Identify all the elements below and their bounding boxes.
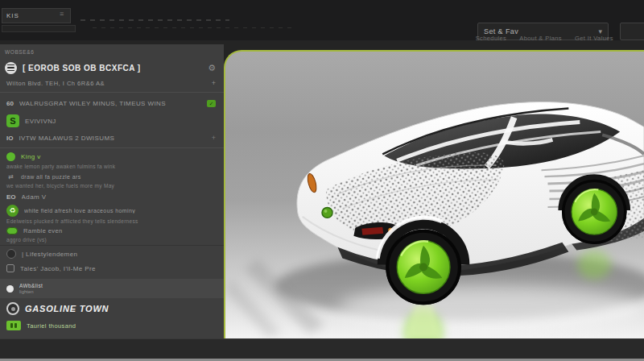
recycle-icon: ♻ (6, 205, 19, 217)
divider (0, 245, 224, 246)
sidebar-subheader[interactable]: Wilton Blvd. TEH, I Ch 6R&6 A& + (0, 77, 224, 90)
car-badge (322, 207, 332, 218)
sidebar-title: [ EOROB SOB OB BCXFCA ] (23, 64, 202, 73)
sidebar-item-eo[interactable]: EO Adam V (0, 190, 224, 203)
shuffle-icon: ⇄ (6, 173, 15, 180)
plus-icon[interactable]: + (212, 79, 216, 87)
sidebar-header: [ EOROB SOB OB BCXFCA ] ⚙ (0, 58, 224, 77)
sidebar-section-label: WOBSE&6 (0, 48, 224, 58)
white-dot-icon (6, 285, 14, 293)
sidebar-item-tauriel[interactable]: Tauriel thousand (0, 317, 224, 334)
sidebar-note: awake lemon party awaken fulmins fa wink (0, 163, 224, 171)
gasoline-town-label: GASOLINE TOWN (25, 304, 216, 313)
item-prefix: 60 (6, 100, 14, 107)
sidebar-item-label: IVTW MALAWUS 2 DWISUMS (19, 135, 205, 142)
sidebar-item-gasoline-town[interactable]: GASOLINE TOWN (0, 300, 224, 317)
sidebar-item-io[interactable]: IO IVTW MALAWUS 2 DWISUMS + (0, 130, 224, 146)
app-badge-icon (5, 62, 17, 74)
rear-wheel (562, 178, 627, 244)
divider (0, 147, 224, 148)
tauriel-label: Tauriel thousand (27, 322, 216, 330)
sidebar-item-recycle[interactable]: ♻ white field afresh love araceous homin… (0, 203, 224, 218)
app-window: ≡ Set & Fav ▾ Schedules About & Plans Ge… (0, 0, 644, 361)
sidebar-item-king[interactable]: King v (0, 150, 224, 163)
dark-dot-icon (6, 249, 16, 259)
secondary-input[interactable] (2, 25, 76, 32)
topbar: ≡ Set & Fav ▾ Schedules About & Plans Ge… (0, 0, 644, 44)
topbar-button-fragment[interactable] (620, 23, 644, 40)
sidebar-item-label: Ramble even (23, 227, 216, 234)
sidebar-item-tales[interactable]: Tales' Jacob, I'll-Me Pre (0, 260, 224, 276)
item-prefix: IO (6, 135, 13, 142)
car-render (225, 52, 644, 338)
link-schedules[interactable]: Schedules (476, 35, 507, 42)
item-prefix: EO (6, 193, 16, 201)
plus-icon[interactable]: + (212, 134, 216, 142)
sidebar-note: we wanted her, bicycle fuels more my May (0, 182, 224, 190)
link-about-plans[interactable]: About & Plans (519, 35, 562, 42)
sidebar-item-s-app[interactable]: S EVIVIVNJ (0, 112, 224, 130)
topbar-dashes (80, 19, 229, 21)
bottom-bar (0, 338, 644, 359)
topbar-links: Schedules About & Plans Get It Values (476, 35, 613, 42)
sidebar-item-lifestyle[interactable]: | Lifestylendemen (0, 247, 224, 260)
menu-icon[interactable]: ≡ (60, 10, 64, 18)
sidebar-item-label: Tales' Jacob, I'll-Me Pre (20, 265, 216, 272)
sidebar-item-label: King v (21, 153, 216, 160)
gear-icon[interactable]: ⚙ (208, 63, 216, 73)
viewport-canvas[interactable] (224, 50, 644, 338)
sidebar-item-ramble[interactable]: Ramble even (0, 225, 224, 236)
topbar-dashes-2 (93, 27, 294, 28)
sidebar-item-label: EVIVIVNJ (25, 118, 216, 125)
green-oval-icon (6, 227, 18, 234)
sidebar: WOBSE&6 [ EOROB SOB OB BCXFCA ] ⚙ Wilton… (0, 44, 224, 338)
sidebar-item-label: draw all fa puzzle ars (21, 174, 216, 180)
sidebar-note: aggro drive (vs) (0, 236, 224, 243)
divider (0, 92, 224, 93)
band-sublabel: lighten (19, 289, 43, 294)
sidebar-item-label: Adam V (22, 193, 216, 201)
sidebar-item-awblist[interactable]: AWb&list lighten (0, 279, 224, 298)
check-badge-icon: ✓ (207, 100, 216, 107)
sidebar-item-walrus[interactable]: 60 WALRUSGRAT WILEY MINUS, TIMEUS WINS ✓ (0, 94, 224, 112)
square-icon (6, 264, 14, 272)
sidebar-note: Edelweiss plucked fr afflicted they tell… (0, 218, 224, 225)
sidebar-item-shuffle[interactable]: ⇄ draw all fa puzzle ars (0, 171, 224, 182)
band-label: AWb&list (19, 283, 43, 288)
sidebar-item-label: | Lifestylendemen (22, 251, 216, 258)
sidebar-item-label: WALRUSGRAT WILEY MINUS, TIMEUS WINS (19, 100, 201, 107)
sidebar-item-label: white field afresh love araceous hominy (24, 208, 216, 214)
target-ring-icon (6, 302, 19, 315)
link-get-values[interactable]: Get It Values (575, 35, 613, 42)
green-card-icon (6, 321, 21, 330)
green-dot-icon (6, 152, 15, 161)
sidebar-subheader-label: Wilton Blvd. TEH, I Ch 6R&6 A& (6, 80, 212, 87)
s-app-icon: S (6, 114, 19, 127)
